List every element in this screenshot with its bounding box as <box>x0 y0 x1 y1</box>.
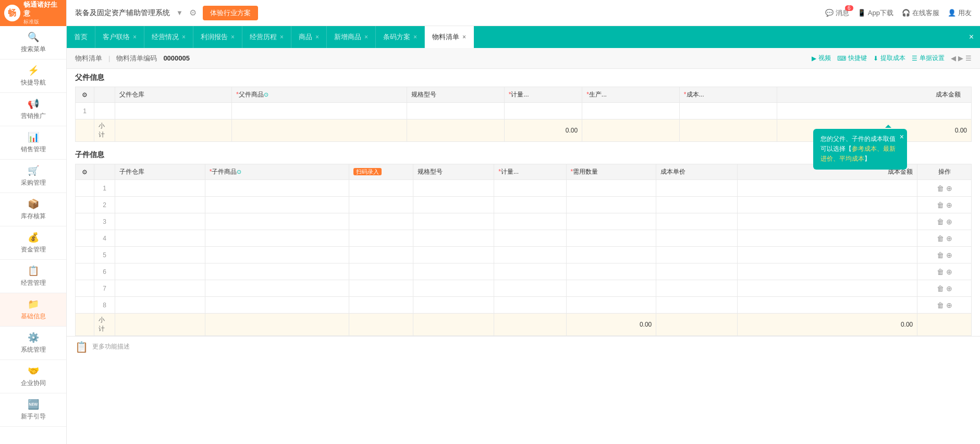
child-row-2-warehouse[interactable] <box>115 197 205 213</box>
copy-row-7-icon[interactable]: ⊕ <box>946 284 952 293</box>
child-row-4-product[interactable] <box>205 230 349 247</box>
child-row-3-product[interactable] <box>205 213 349 230</box>
child-row-8-product[interactable] <box>205 297 349 314</box>
sidebar-item-sales[interactable]: 📊 销售管理 <box>0 126 66 160</box>
child-row-5-spec[interactable] <box>413 247 494 263</box>
sidebar-item-purchase[interactable]: 🛒 采购管理 <box>0 160 66 193</box>
tab-product[interactable]: 商品 × <box>291 26 327 48</box>
close-all-tabs[interactable]: × <box>963 26 980 48</box>
parent-row-1-unit[interactable] <box>504 103 582 119</box>
tab-customer-close[interactable]: × <box>133 33 137 41</box>
child-row-3-qty[interactable] <box>566 213 656 230</box>
child-row-6-product[interactable] <box>205 263 349 280</box>
sidebar-item-marketing[interactable]: 📢 营销推广 <box>0 93 66 126</box>
tab-product-close[interactable]: × <box>315 33 319 41</box>
child-row-2-unit-cost[interactable] <box>656 197 737 213</box>
tab-profit-close[interactable]: × <box>231 33 235 41</box>
copy-row-5-icon[interactable]: ⊕ <box>946 251 952 259</box>
child-row-7-spec[interactable] <box>413 280 494 297</box>
copy-row-4-icon[interactable]: ⊕ <box>946 234 952 243</box>
delete-row-2-icon[interactable]: 🗑 <box>937 201 944 209</box>
user-avatar[interactable]: 👤 用友 <box>948 8 972 18</box>
sidebar-item-enterprise[interactable]: 🤝 企业协同 <box>0 360 66 393</box>
child-row-8-unit[interactable] <box>494 297 566 314</box>
tab-home[interactable]: 首页 <box>67 26 95 48</box>
sidebar-item-system[interactable]: ⚙️ 系统管理 <box>0 327 66 360</box>
child-row-7-unit[interactable] <box>494 280 566 297</box>
tab-operation-status[interactable]: 经营情况 × <box>144 26 193 48</box>
child-row-7-qty[interactable] <box>566 280 656 297</box>
child-row-1-unit-cost[interactable] <box>656 180 737 197</box>
sidebar-item-basic-info[interactable]: 📁 基础信息 <box>0 293 66 327</box>
parent-row-1-production[interactable] <box>582 103 680 119</box>
sidebar-item-inventory[interactable]: 📦 库存核算 <box>0 193 66 226</box>
child-row-6-unit-cost[interactable] <box>656 263 737 280</box>
child-row-5-qty[interactable] <box>566 247 656 263</box>
tab-customer[interactable]: 客户联络 × <box>95 26 144 48</box>
breadcrumb-bom[interactable]: 物料清单 <box>75 54 102 63</box>
sidebar-item-guide[interactable]: 🆕 新手引导 <box>0 393 66 427</box>
parent-row-1-product[interactable] <box>232 103 407 119</box>
delete-row-1-icon[interactable]: 🗑 <box>937 184 944 193</box>
tab-barcode[interactable]: 条码方案 × <box>376 26 425 48</box>
delete-row-8-icon[interactable]: 🗑 <box>937 301 944 309</box>
tab-history-close[interactable]: × <box>280 33 284 41</box>
system-selector[interactable]: ▼ <box>176 9 183 17</box>
child-row-2-spec[interactable] <box>413 197 494 213</box>
child-row-8-qty[interactable] <box>566 297 656 314</box>
child-row-4-unit-cost[interactable] <box>656 230 737 247</box>
trial-button[interactable]: 体验行业方案 <box>203 6 258 20</box>
child-row-1-unit[interactable] <box>494 180 566 197</box>
extract-cost-button[interactable]: ⬇ 提取成本 <box>873 54 905 63</box>
child-row-8-unit-cost[interactable] <box>656 297 737 314</box>
copy-row-6-icon[interactable]: ⊕ <box>946 268 952 276</box>
child-row-8-spec[interactable] <box>413 297 494 314</box>
tab-add-product[interactable]: 新增商品 × <box>327 26 376 48</box>
child-row-7-product[interactable] <box>205 280 349 297</box>
child-row-5-warehouse[interactable] <box>115 247 205 263</box>
online-service-button[interactable]: 🎧 在线客服 <box>902 8 939 18</box>
delete-row-4-icon[interactable]: 🗑 <box>937 234 944 243</box>
child-row-4-unit[interactable] <box>494 230 566 247</box>
tab-profit[interactable]: 利润报告 × <box>193 26 242 48</box>
child-row-4-spec[interactable] <box>413 230 494 247</box>
grid-view-icon[interactable]: ☰ <box>965 54 972 62</box>
delete-row-6-icon[interactable]: 🗑 <box>937 268 944 276</box>
child-row-7-warehouse[interactable] <box>115 280 205 297</box>
sidebar-item-operation[interactable]: 📋 经营管理 <box>0 260 66 293</box>
tab-barcode-close[interactable]: × <box>413 33 417 41</box>
child-row-3-warehouse[interactable] <box>115 213 205 230</box>
child-row-3-spec[interactable] <box>413 213 494 230</box>
video-button[interactable]: ▶ 视频 <box>812 54 831 63</box>
tooltip-close-button[interactable]: × <box>900 131 904 142</box>
child-row-6-qty[interactable] <box>566 263 656 280</box>
message-button[interactable]: 💬 消息 6 <box>825 8 849 18</box>
child-row-1-qty[interactable] <box>566 180 656 197</box>
child-row-5-product[interactable] <box>205 247 349 263</box>
child-row-5-unit[interactable] <box>494 247 566 263</box>
sidebar-item-finance[interactable]: 💰 资金管理 <box>0 226 66 260</box>
child-row-3-unit-cost[interactable] <box>656 213 737 230</box>
copy-row-1-icon[interactable]: ⊕ <box>946 184 952 193</box>
app-download-button[interactable]: 📱 App下载 <box>858 8 893 18</box>
child-row-2-unit[interactable] <box>494 197 566 213</box>
child-row-3-unit[interactable] <box>494 213 566 230</box>
copy-row-3-icon[interactable]: ⊕ <box>946 218 952 226</box>
child-row-7-unit-cost[interactable] <box>656 280 737 297</box>
parent-row-1-warehouse[interactable] <box>115 103 232 119</box>
scan-badge[interactable]: 扫码录入 <box>353 168 382 175</box>
parent-row-1-spec[interactable] <box>407 103 505 119</box>
tab-add-product-close[interactable]: × <box>364 33 368 41</box>
child-row-6-spec[interactable] <box>413 263 494 280</box>
child-row-1-spec[interactable] <box>413 180 494 197</box>
child-row-8-warehouse[interactable] <box>115 297 205 314</box>
child-row-4-warehouse[interactable] <box>115 230 205 247</box>
shortcut-button[interactable]: ⌨ 快捷键 <box>837 54 867 63</box>
child-th-scan[interactable]: 扫码录入 <box>349 164 413 180</box>
child-row-6-unit[interactable] <box>494 263 566 280</box>
child-row-4-qty[interactable] <box>566 230 656 247</box>
tab-bom-close[interactable]: × <box>462 33 466 41</box>
delete-row-3-icon[interactable]: 🗑 <box>937 218 944 226</box>
child-row-2-product[interactable] <box>205 197 349 213</box>
child-row-5-unit-cost[interactable] <box>656 247 737 263</box>
